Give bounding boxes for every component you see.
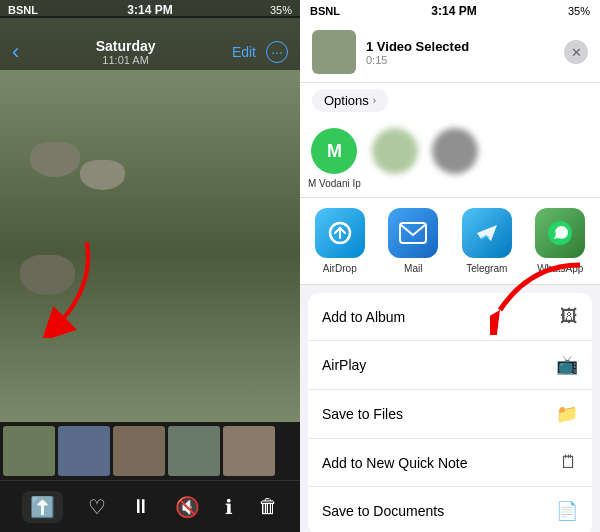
mail-label: Mail [404, 263, 422, 274]
video-duration: 0:15 [366, 54, 554, 66]
contact-item-2[interactable] [369, 128, 421, 189]
contact-name-1: M Vodani Ip [308, 178, 361, 189]
airdrop-icon [315, 208, 365, 258]
menu-save-docs[interactable]: Save to Documents 📄 [308, 487, 592, 532]
menu-airplay[interactable]: AirPlay 📺 [308, 341, 592, 390]
contact-item-3[interactable] [429, 128, 481, 189]
right-wrapper: BSNL 3:14 PM 35% 1 Video Selected 0:15 ✕… [300, 0, 600, 532]
more-button[interactable]: ··· [266, 41, 288, 63]
thumb-1[interactable] [3, 426, 55, 476]
options-label: Options [324, 93, 369, 108]
mute-button[interactable]: 🔇 [175, 495, 200, 519]
info-button[interactable]: ℹ [225, 495, 233, 519]
contacts-row[interactable]: M M Vodani Ip [300, 120, 600, 198]
quick-note-label: Add to New Quick Note [322, 455, 468, 471]
nav-actions: Edit ··· [232, 41, 288, 63]
telegram-label: Telegram [466, 263, 507, 274]
favorite-button[interactable]: ♡ [88, 495, 106, 519]
app-airdrop[interactable]: AirDrop [315, 208, 365, 274]
options-button[interactable]: Options › [312, 89, 388, 112]
menu-save-files[interactable]: Save to Files 📁 [308, 390, 592, 439]
airdrop-label: AirDrop [323, 263, 357, 274]
right-battery: 35% [568, 5, 590, 17]
right-panel: BSNL 3:14 PM 35% 1 Video Selected 0:15 ✕… [300, 0, 600, 532]
share-button[interactable]: ⬆️ [22, 491, 63, 523]
contact-avatar-3 [432, 128, 478, 174]
share-header: 1 Video Selected 0:15 ✕ [300, 20, 600, 83]
thumbnail-strip [0, 422, 300, 480]
thumb-5[interactable] [223, 426, 275, 476]
pause-button[interactable]: ⏸ [131, 495, 151, 518]
contact-avatar-1: M [311, 128, 357, 174]
right-time: 3:14 PM [431, 4, 476, 18]
airplay-label: AirPlay [322, 357, 366, 373]
mail-icon [388, 208, 438, 258]
menu-add-album[interactable]: Add to Album 🖼 [308, 293, 592, 341]
telegram-icon [462, 208, 512, 258]
left-nav: ‹ Saturday 11:01 AM Edit ··· [0, 16, 300, 70]
red-arrow-left [30, 238, 110, 342]
save-docs-label: Save to Documents [322, 503, 444, 519]
share-info: 1 Video Selected 0:15 [366, 39, 554, 66]
options-row: Options › [300, 83, 600, 120]
video-thumbnail [312, 30, 356, 74]
left-time: 3:14 PM [127, 3, 172, 17]
contact-item-1[interactable]: M M Vodani Ip [308, 128, 361, 189]
selected-count: 1 Video Selected [366, 39, 554, 54]
contact-avatar-2 [372, 128, 418, 174]
apps-row: AirDrop Mail [300, 198, 600, 285]
thumb-4[interactable] [168, 426, 220, 476]
close-button[interactable]: ✕ [564, 40, 588, 64]
thumb-3[interactable] [113, 426, 165, 476]
quick-note-icon: 🗒 [560, 452, 578, 473]
time-label: 11:01 AM [96, 54, 156, 66]
add-album-icon: 🖼 [560, 306, 578, 327]
save-docs-icon: 📄 [556, 500, 578, 522]
app-telegram[interactable]: Telegram [462, 208, 512, 274]
date-label: Saturday [96, 38, 156, 54]
delete-button[interactable]: 🗑 [258, 495, 278, 518]
left-panel: BSNL 3:14 PM 35% ‹ Saturday 11:01 AM Edi… [0, 0, 300, 532]
cat-2 [80, 160, 125, 190]
save-files-icon: 📁 [556, 403, 578, 425]
right-status-bar: BSNL 3:14 PM 35% [300, 0, 600, 20]
share-sheet: 1 Video Selected 0:15 ✕ Options › M M Vo… [300, 20, 600, 532]
menu-quick-note[interactable]: Add to New Quick Note 🗒 [308, 439, 592, 487]
airplay-icon: 📺 [556, 354, 578, 376]
back-button[interactable]: ‹ [12, 39, 19, 65]
svg-rect-1 [400, 223, 426, 243]
left-battery: 35% [270, 4, 292, 16]
left-carrier: BSNL [8, 4, 38, 16]
bottom-controls: ⬆️ ♡ ⏸ 🔇 ℹ 🗑 [0, 480, 300, 532]
whatsapp-label: WhatsApp [537, 263, 583, 274]
app-mail[interactable]: Mail [388, 208, 438, 274]
save-files-label: Save to Files [322, 406, 403, 422]
thumb-2[interactable] [58, 426, 110, 476]
add-album-label: Add to Album [322, 309, 405, 325]
edit-button[interactable]: Edit [232, 44, 256, 60]
whatsapp-icon [535, 208, 585, 258]
right-carrier: BSNL [310, 5, 340, 17]
date-info: Saturday 11:01 AM [96, 38, 156, 66]
chevron-right-icon: › [373, 95, 376, 106]
app-whatsapp[interactable]: WhatsApp [535, 208, 585, 274]
cat-1 [30, 142, 80, 177]
menu-list: Add to Album 🖼 AirPlay 📺 Save to Files 📁… [308, 293, 592, 532]
